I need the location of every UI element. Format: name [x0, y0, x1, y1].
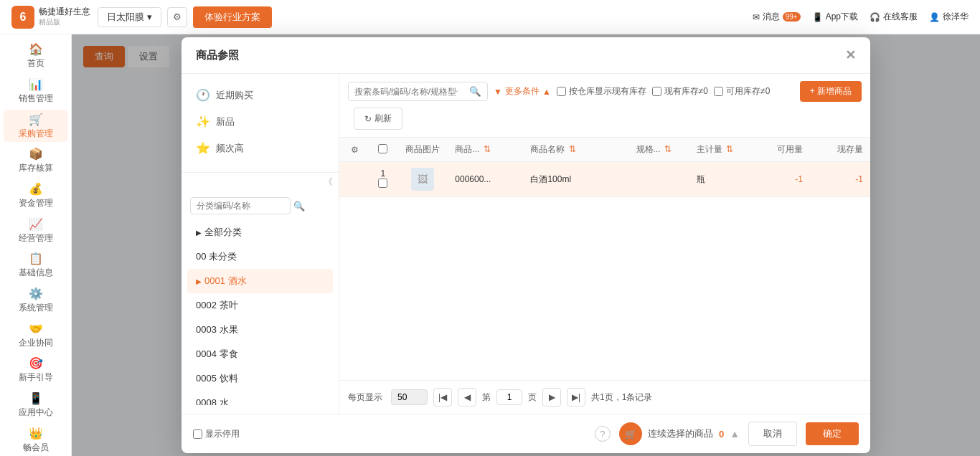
sidebar-label-business: 经营管理: [19, 232, 53, 244]
table-body: 1 🖼 000600... 白酒100ml: [339, 162, 870, 197]
sidebar-item-member[interactable]: 👑 畅会员: [4, 424, 68, 456]
settings-icon[interactable]: ⚙: [167, 7, 187, 27]
row-stock-cell: -1: [810, 162, 870, 197]
left-tab-new-label: 新品: [216, 115, 235, 128]
left-tab-new[interactable]: ✨ 新品: [187, 109, 333, 134]
category-item-00[interactable]: 00 未分类: [187, 244, 333, 269]
category-search-button[interactable]: 🔍: [293, 201, 305, 212]
message-badge: 99+: [783, 12, 801, 22]
sidebar-item-home[interactable]: 🏠 首页: [4, 40, 68, 72]
confirm-button[interactable]: 确定: [806, 422, 859, 445]
chevron-up-icon: ▲: [542, 87, 551, 97]
sidebar-item-collab[interactable]: 🤝 企业协同: [4, 319, 68, 351]
category-item-0001[interactable]: ▶ 0001 酒水: [187, 269, 333, 293]
checkbox-available-stock[interactable]: 可用库存≠0: [714, 85, 770, 98]
page-number-input[interactable]: [496, 389, 522, 405]
left-tab-recent[interactable]: 🕐 近期购买: [187, 82, 333, 108]
sidebar-item-inventory[interactable]: 📦 库存核算: [4, 145, 68, 177]
th-spec[interactable]: 规格... ⇅: [629, 138, 689, 162]
table-row[interactable]: 1 🖼 000600... 白酒100ml: [339, 162, 870, 197]
system-icon: ⚙️: [29, 287, 43, 300]
sidebar-item-finance[interactable]: 💰 资金管理: [4, 180, 68, 212]
product-search-button[interactable]: 🔍: [463, 82, 487, 100]
refresh-button[interactable]: ↻ 刷新: [354, 108, 402, 130]
business-icon: 📈: [29, 217, 43, 231]
filter-button[interactable]: ▼ 更多条件 ▲: [494, 85, 551, 98]
warehouse-stock-checkbox[interactable]: [557, 87, 566, 96]
sidebar-item-system[interactable]: ⚙️ 系统管理: [4, 285, 68, 317]
checkbox-existing-stock[interactable]: 现有库存≠0: [652, 85, 708, 98]
row-avail-cell: -1: [750, 162, 810, 197]
category-label-0001: 0001 酒水: [204, 275, 247, 288]
category-item-all[interactable]: ▶ 全部分类: [187, 220, 333, 244]
available-stock-checkbox[interactable]: [714, 87, 723, 96]
prev-page-button[interactable]: ◀: [458, 388, 476, 407]
nav-dropdown[interactable]: 日太阳膜 ▾: [98, 7, 161, 27]
sidebar-item-basic-info[interactable]: 📋 基础信息: [4, 250, 68, 282]
row-check-cell[interactable]: 1: [369, 162, 397, 197]
show-disabled-checkbox-label[interactable]: 显示停用: [193, 428, 240, 440]
top-nav: 6 畅捷通好生意 精品版 日太阳膜 ▾ ⚙ 体验行业方案 ✉ 消息 99+ 📱 …: [0, 0, 980, 34]
dialog-title: 商品参照: [196, 49, 239, 62]
category-label-0002: 0002 茶叶: [196, 299, 238, 312]
sidebar-item-guide[interactable]: 🎯 新手引导: [4, 354, 68, 386]
sidebar-item-app-center[interactable]: 📱 应用中心: [4, 389, 68, 422]
th-code-label: 商品...: [455, 144, 479, 154]
row-checkbox[interactable]: [378, 179, 387, 188]
service-label: 在线客服: [883, 11, 918, 23]
cart-count: 0: [719, 429, 724, 440]
nav-center: 日太阳膜 ▾ ⚙ 体验行业方案: [98, 6, 753, 28]
add-product-button[interactable]: + 新增商品: [800, 81, 862, 102]
close-button[interactable]: ✕: [845, 47, 856, 63]
row-img-cell: 🖼: [397, 162, 448, 197]
th-stock: 现存量: [810, 138, 870, 162]
product-table-container: ⚙ 商品图片 商品... ⇅ 商品名称: [339, 138, 870, 380]
category-item-0005[interactable]: 0005 饮料: [187, 366, 333, 391]
next-page-button[interactable]: ▶: [542, 388, 561, 407]
cancel-button[interactable]: 取消: [748, 422, 797, 446]
category-item-0004[interactable]: 0004 零食: [187, 342, 333, 366]
user-nav-item[interactable]: 👤 徐泽华: [929, 11, 969, 23]
sidebar-item-business[interactable]: 📈 经营管理: [4, 214, 68, 247]
category-label-0005: 0005 饮料: [196, 372, 238, 385]
category-item-0003[interactable]: 0003 水果: [187, 318, 333, 342]
checkbox-warehouse-stock[interactable]: 按仓库显示现有库存: [557, 85, 646, 98]
help-icon[interactable]: ?: [595, 426, 611, 442]
category-search-input[interactable]: [190, 197, 291, 214]
product-table: ⚙ 商品图片 商品... ⇅ 商品名称: [339, 138, 870, 197]
row-spec-cell: [629, 162, 689, 197]
trial-button[interactable]: 体验行业方案: [193, 6, 272, 28]
sidebar-label-collab: 企业协同: [19, 337, 53, 349]
th-unit[interactable]: 主计量 ⇅: [689, 138, 750, 162]
category-item-0008[interactable]: 0008 水: [187, 391, 333, 405]
app-download-nav-item[interactable]: 📱 App下载: [812, 11, 858, 23]
sidebar-item-purchase[interactable]: 🛒 采购管理: [4, 110, 68, 142]
refresh-label: 刷新: [374, 113, 392, 125]
messages-nav-item[interactable]: ✉ 消息 99+: [753, 11, 801, 23]
collapse-cart-icon[interactable]: ▲: [730, 428, 740, 440]
show-disabled-checkbox[interactable]: [193, 429, 202, 439]
customer-service-nav-item[interactable]: 🎧 在线客服: [870, 11, 918, 23]
left-tab-frequent[interactable]: ⭐ 频次高: [187, 136, 333, 161]
first-page-button[interactable]: |◀: [433, 388, 452, 407]
home-icon: 🏠: [29, 42, 43, 56]
sidebar-item-sales[interactable]: 📊 销售管理: [4, 75, 68, 108]
cart-icon[interactable]: 🛒: [619, 422, 642, 445]
th-spec-label: 规格...: [636, 144, 661, 154]
category-item-0002[interactable]: 0002 茶叶: [187, 293, 333, 318]
th-settings[interactable]: ⚙: [339, 138, 369, 162]
page-size-select[interactable]: 50 10 20 100: [391, 389, 428, 405]
last-page-button[interactable]: ▶|: [567, 388, 585, 407]
product-search-input[interactable]: [349, 83, 463, 100]
select-all-checkbox[interactable]: [378, 144, 387, 153]
existing-stock-checkbox[interactable]: [652, 87, 661, 96]
expand-arrow-icon: ▶: [196, 229, 202, 237]
th-check[interactable]: [369, 138, 397, 162]
product-image-placeholder: 🖼: [411, 168, 434, 191]
th-code[interactable]: 商品... ⇅: [448, 138, 523, 162]
logo-text-block: 畅捷通好生意 精品版: [39, 6, 90, 28]
dialog-header: 商品参照 ✕: [182, 37, 870, 74]
th-name[interactable]: 商品名称 ⇅: [523, 138, 628, 162]
collapse-button[interactable]: 《: [182, 176, 339, 194]
category-label-00: 00 未分类: [196, 250, 237, 263]
